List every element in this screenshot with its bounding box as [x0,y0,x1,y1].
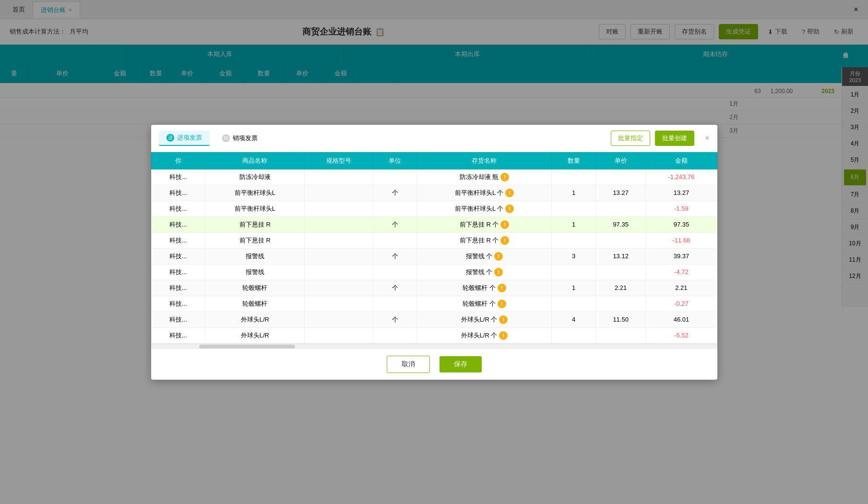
cell-inventory: 轮毂螺杆 个 ! [417,296,552,312]
cell-unit: 个 [373,312,417,327]
table-row: 科技...前平衡杆球头L前平衡杆球头L 个 !-1.59 [151,201,717,216]
table-row: 科技...外球头L/R个外球头L/R 个 !411.5046.01 [151,312,717,327]
horizontal-scrollbar[interactable] [151,344,717,348]
cell-unit [373,264,417,280]
th-spec: 规格型号 [305,152,373,169]
cell-supplier: 科技... [151,185,205,201]
purchase-invoice-icon: 进 [166,134,174,142]
cell-spec [305,327,373,343]
warning-icon: ! [500,173,509,181]
batch-create-button[interactable]: 批量创建 [655,131,694,146]
scrollbar-thumb[interactable] [199,345,295,348]
cell-inventory: 轮毂螺杆 个 ! [417,280,552,296]
cell-amount: -11.68 [646,232,717,248]
cell-product: 轮毂螺杆 [205,296,305,312]
cell-spec [305,248,373,264]
cell-amount: 13.27 [646,185,717,201]
th-inventory: 存货名称 [417,152,552,169]
batch-assign-button[interactable]: 批量指定 [611,131,650,146]
cell-unit [373,201,417,216]
cell-inventory: 防冻冷却液 瓶 ! [417,169,552,185]
cell-product: 外球头L/R [205,327,305,343]
tab-purchase-invoice[interactable]: 进 进项发票 [159,131,210,146]
dialog-overlay: 进 进项发票 销 销项发票 批量指定 批量创建 × 你 商品名称 规格型号 [0,0,868,504]
cell-unit: 个 [373,248,417,264]
cell-unit [373,169,417,185]
th-supplier: 你 [151,152,205,169]
th-unit: 单位 [373,152,417,169]
cell-price: 13.12 [595,248,645,264]
cell-price: 11.50 [595,312,645,327]
cell-price [595,296,645,312]
cell-amount: -4.72 [646,264,717,280]
cell-supplier: 科技... [151,169,205,185]
dialog-container: 进 进项发票 销 销项发票 批量指定 批量创建 × 你 商品名称 规格型号 [151,125,717,380]
warning-icon: ! [499,315,508,324]
cell-unit: 个 [373,280,417,296]
cell-supplier: 科技... [151,312,205,327]
warning-icon: ! [500,236,509,245]
cell-inventory: 报警线 个 ! [417,264,552,280]
cell-product: 防冻冷却液 [205,169,305,185]
cell-qty: 1 [552,280,596,296]
cell-product: 轮毂螺杆 [205,280,305,296]
cell-inventory: 外球头L/R 个 ! [417,312,552,327]
save-button[interactable]: 保存 [440,356,482,372]
cell-product: 外球头L/R [205,312,305,327]
warning-icon: ! [505,189,514,197]
cell-supplier: 科技... [151,327,205,343]
cell-amount: 2.21 [646,280,717,296]
cell-price: 97.35 [595,216,645,232]
cell-product: 报警线 [205,248,305,264]
th-product: 商品名称 [205,152,305,169]
cell-price [595,327,645,343]
table-row: 科技...前下悬挂 R个前下悬挂 R 个 !197.3597.35 [151,216,717,232]
cell-amount: 97.35 [646,216,717,232]
cell-inventory: 报警线 个 ! [417,248,552,264]
cell-qty: 1 [552,185,596,201]
cell-qty [552,169,596,185]
tab-sales-invoice[interactable]: 销 销项发票 [214,131,265,145]
cancel-button[interactable]: 取消 [387,356,430,373]
cell-price [595,264,645,280]
cell-price: 13.27 [595,185,645,201]
cell-inventory: 前下悬挂 R 个 ! [417,232,552,248]
cell-amount: -1,243.76 [646,169,717,185]
warning-icon: ! [498,300,506,308]
cell-qty [552,327,596,343]
cell-spec [305,216,373,232]
cell-spec [305,312,373,327]
cell-product: 前平衡杆球头L [205,201,305,216]
cell-spec [305,232,373,248]
cell-spec [305,264,373,280]
cell-product: 报警线 [205,264,305,280]
cell-qty [552,296,596,312]
table-row: 科技...外球头L/R外球头L/R 个 !-5.52 [151,327,717,343]
cell-inventory: 外球头L/R 个 ! [417,327,552,343]
table-row: 科技...前平衡杆球头L个前平衡杆球头L 个 !113.2713.27 [151,185,717,201]
cell-unit: 个 [373,216,417,232]
table-row: 科技...报警线个报警线 个 !313.1239.37 [151,248,717,264]
cell-qty [552,201,596,216]
cell-qty: 4 [552,312,596,327]
cell-amount: 39.37 [646,248,717,264]
cell-amount: -1.59 [646,201,717,216]
warning-icon: ! [500,220,509,229]
cell-inventory: 前平衡杆球头L 个 ! [417,185,552,201]
warning-icon: ! [498,284,506,292]
cell-price [595,232,645,248]
cell-unit [373,232,417,248]
cell-product: 前下悬挂 R [205,232,305,248]
cell-price: 2.21 [595,280,645,296]
cell-amount: -0.27 [646,296,717,312]
th-price: 单价 [595,152,645,169]
cell-supplier: 科技... [151,280,205,296]
warning-icon: ! [505,204,514,213]
dialog-close-button[interactable]: × [705,134,709,143]
sales-invoice-icon: 销 [222,134,230,142]
table-row: 科技...轮毂螺杆个轮毂螺杆 个 !12.212.21 [151,280,717,296]
warning-icon: ! [494,252,503,261]
cell-price [595,169,645,185]
cell-supplier: 科技... [151,264,205,280]
warning-icon: ! [494,268,503,276]
